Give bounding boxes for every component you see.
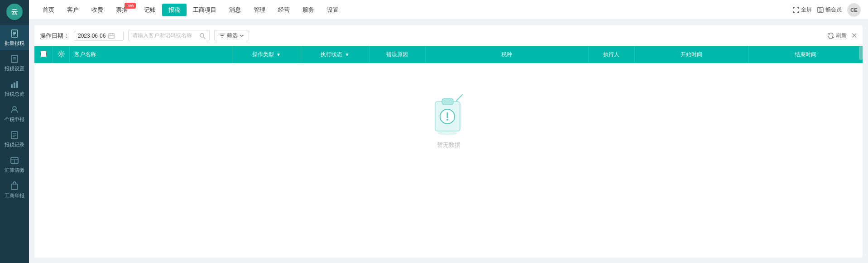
- gear-icon: [58, 50, 65, 58]
- member-icon: [817, 7, 824, 13]
- sidebar-item-label-zonglun: 报税总览: [5, 91, 24, 97]
- topnav-right: 全屏 畅会员 CE: [793, 3, 861, 17]
- svg-text:云: 云: [11, 8, 18, 15]
- close-button[interactable]: ✕: [851, 32, 857, 39]
- sidebar-item-geshuishenb[interactable]: 个税申报: [0, 101, 29, 127]
- svg-rect-9: [11, 84, 13, 88]
- nav-guanli[interactable]: 管理: [247, 0, 272, 20]
- svg-rect-22: [109, 34, 114, 39]
- sidebar-item-label-huisuan: 汇算清缴: [5, 167, 24, 174]
- empty-state: 暂无数据: [34, 63, 863, 176]
- table-wrapper: 客户名称 操作类型 ▼ 执行状态 ▼ 错误原因: [34, 46, 863, 258]
- exec-status-filter-icon[interactable]: ▼: [345, 52, 349, 57]
- baoshui-zonglun-icon: [10, 79, 19, 89]
- svg-rect-11: [16, 81, 18, 88]
- th-exec-status: 执行状态 ▼: [301, 46, 369, 63]
- avatar[interactable]: CE: [847, 3, 861, 17]
- nav-piao[interactable]: 票据 new: [110, 0, 138, 20]
- sidebar-item-label-jilu: 报税记录: [5, 141, 24, 148]
- svg-rect-20: [11, 184, 18, 190]
- th-executor: 执行人: [588, 46, 634, 63]
- empty-illustration: [426, 90, 471, 136]
- main-table: 客户名称 操作类型 ▼ 执行状态 ▼ 错误原因: [34, 46, 863, 63]
- sidebar-logo[interactable]: 云: [6, 4, 23, 21]
- search-box[interactable]: 请输入客户助记码或名称: [128, 30, 210, 41]
- th-start-time: 开始时间: [635, 46, 749, 63]
- huisuan-icon: [10, 156, 19, 166]
- sidebar-item-baoshui-shezhi[interactable]: 报税设置: [0, 50, 29, 76]
- th-error-reason: 错误原因: [369, 46, 425, 63]
- nav-xiaoxi[interactable]: 消息: [223, 0, 247, 20]
- nav-customer[interactable]: 客户: [61, 0, 85, 20]
- sidebar: 云 批量报税 报税设置: [0, 0, 29, 263]
- sidebar-item-huisuan[interactable]: 汇算清缴: [0, 152, 29, 177]
- piao-badge: new: [125, 3, 136, 9]
- member-button[interactable]: 畅会员: [817, 6, 842, 14]
- empty-text: 暂无数据: [437, 141, 460, 149]
- main-card: 操作日期： 2023-06-06 请输入客户助记码或名称: [34, 25, 863, 258]
- sidebar-item-baoshui-zonglun[interactable]: 报税总览: [0, 76, 29, 101]
- gongshang-nianbao-icon: [10, 181, 19, 191]
- topnav: 首页 客户 收费 票据 new 记账 报税 工商项目 消息 管理 经营: [29, 0, 868, 20]
- content-area: 操作日期： 2023-06-06 请输入客户助记码或名称: [29, 20, 868, 263]
- filter-button[interactable]: 筛选: [214, 30, 249, 41]
- sidebar-item-piliang-baoshui[interactable]: 批量报税: [0, 25, 29, 50]
- sidebar-item-gongshang-nianbao[interactable]: 工商年报: [0, 177, 29, 203]
- sidebar-item-label-gongshang: 工商年报: [5, 192, 24, 199]
- th-checkbox[interactable]: [34, 46, 53, 63]
- scroll-indicator[interactable]: [859, 46, 863, 60]
- date-label: 操作日期：: [40, 32, 69, 40]
- nav-fuwu[interactable]: 服务: [296, 0, 321, 20]
- nav-shoufei[interactable]: 收费: [85, 0, 110, 20]
- fullscreen-icon: [793, 7, 799, 13]
- select-all-checkbox[interactable]: [40, 51, 47, 57]
- chevron-down-icon: [240, 34, 244, 38]
- main-wrapper: 首页 客户 收费 票据 new 记账 报税 工商项目 消息 管理 经营: [29, 0, 868, 263]
- toolbar: 操作日期： 2023-06-06 请输入客户助记码或名称: [34, 25, 863, 46]
- refresh-icon: [828, 33, 834, 39]
- sidebar-item-baoshui-jilu[interactable]: 报税记录: [0, 127, 29, 152]
- refresh-button[interactable]: 刷新: [828, 32, 847, 39]
- calendar-icon: [108, 33, 115, 39]
- fullscreen-button[interactable]: 全屏: [793, 6, 812, 14]
- operation-type-filter-icon[interactable]: ▼: [276, 52, 281, 57]
- svg-rect-33: [442, 98, 453, 105]
- sidebar-item-label-shezhi: 报税设置: [5, 65, 24, 72]
- nav-baoshui[interactable]: 报税: [162, 4, 187, 16]
- filter-icon: [219, 33, 225, 39]
- nav-gongshang[interactable]: 工商项目: [187, 0, 223, 20]
- date-input[interactable]: 2023-06-06: [74, 31, 124, 41]
- geshuishenb-icon: [10, 105, 19, 115]
- nav-home[interactable]: 首页: [36, 0, 61, 20]
- svg-line-27: [203, 37, 205, 39]
- th-customer-name: 客户名称: [69, 46, 232, 63]
- nav-jizhang[interactable]: 记账: [138, 0, 162, 20]
- svg-point-39: [437, 132, 457, 135]
- piliang-baoshui-icon: [10, 29, 19, 39]
- svg-rect-10: [14, 83, 15, 88]
- svg-line-37: [457, 95, 462, 100]
- baoshui-shezhi-icon: [10, 54, 19, 64]
- th-tax-type: 税种: [426, 46, 589, 63]
- baoshui-jilu-icon: [10, 130, 19, 140]
- th-operation-type: 操作类型 ▼: [232, 46, 301, 63]
- nav-jingying[interactable]: 经营: [272, 0, 296, 20]
- nav-shezhi[interactable]: 设置: [321, 0, 345, 20]
- sidebar-item-label-piliang: 批量报税: [5, 40, 24, 47]
- th-gear[interactable]: [53, 46, 69, 63]
- th-end-time: 结束时间: [748, 46, 863, 63]
- toolbar-right: 刷新 ✕: [828, 32, 857, 39]
- sidebar-item-label-geshui: 个税申报: [5, 116, 24, 123]
- svg-point-31: [60, 53, 62, 55]
- svg-point-36: [446, 119, 448, 121]
- search-icon: [199, 33, 206, 39]
